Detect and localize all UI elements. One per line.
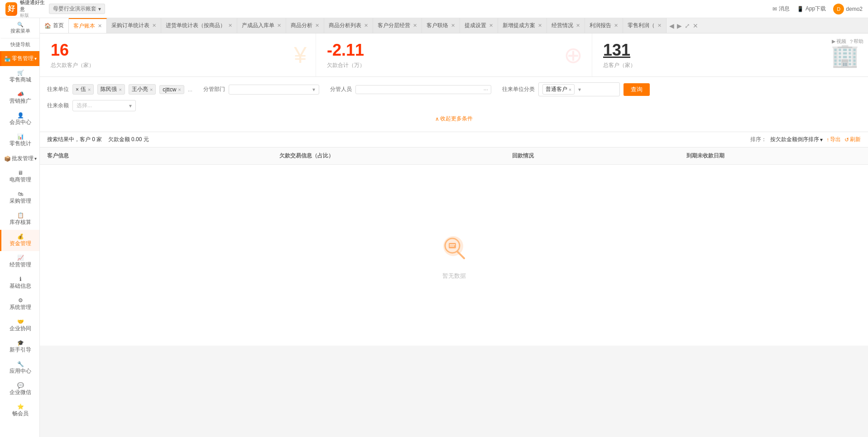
logo-area: 好 畅捷通好生意 标版 bbox=[5, 0, 45, 19]
sidebar-item-enterprise-wechat[interactable]: 💬 企业微信 bbox=[0, 379, 39, 400]
top-bar: 好 畅捷通好生意 标版 母婴行业演示账套 ▾ ✉ 消息 📱 App下载 D de… bbox=[0, 0, 868, 18]
user-area[interactable]: D demo2 bbox=[833, 4, 863, 14]
sidebar-item-vip[interactable]: ⭐ 畅会员 bbox=[0, 400, 39, 421]
remove-unit-tag-wu[interactable]: × bbox=[88, 87, 91, 92]
refresh-btn[interactable]: ↺ 刷新 bbox=[844, 136, 861, 143]
sidebar-item-system[interactable]: ⚙ 系统管理 bbox=[0, 294, 39, 315]
tab-next-arrow[interactable]: ▶ bbox=[676, 21, 683, 30]
search-icon: 🔍 bbox=[17, 22, 24, 28]
balance-select[interactable]: 选择... ▾ bbox=[72, 100, 136, 111]
close-tab-business-status[interactable]: ✕ bbox=[576, 23, 580, 28]
remove-unit-tag-chen[interactable]: × bbox=[119, 87, 121, 92]
sidebar-item-wholesale[interactable]: 📦 批发管理 ▾ bbox=[0, 151, 39, 166]
table-header: 客户信息 欠款交易信息（占比） 回款情况 到期未收款日期 bbox=[40, 147, 868, 165]
tab-promote-settings[interactable]: 提成设置 ✕ bbox=[460, 18, 498, 33]
sidebar-item-enterprise-coop[interactable]: 🤝 企业协同 bbox=[0, 315, 39, 336]
balance-label: 往来余额 bbox=[47, 102, 69, 109]
sort-label: 排序： bbox=[750, 136, 767, 143]
filter-area: 往来单位 × 伍 × 陈民强 × 王小亮 × cjtt bbox=[40, 77, 868, 132]
basic-icon: ℹ bbox=[19, 276, 22, 282]
classify-tag-normal: 普通客户 × bbox=[542, 84, 575, 95]
tab-new-promote[interactable]: 新增提成方案 ✕ bbox=[498, 18, 547, 33]
stat-total-customers-label: 总客户（家） bbox=[603, 62, 636, 69]
sort-select[interactable]: 按欠款金额倒序排序 ▾ bbox=[770, 136, 823, 143]
close-tab-promote-settings[interactable]: ✕ bbox=[489, 23, 493, 28]
account-dropdown[interactable]: 母婴行业演示账套 ▾ bbox=[49, 4, 105, 14]
tab-customer-cost[interactable]: 客户账本 ✕ bbox=[69, 18, 107, 33]
close-tab-inbound-stats[interactable]: ✕ bbox=[228, 23, 232, 28]
close-tab-new-promote[interactable]: ✕ bbox=[538, 23, 542, 28]
sidebar-item-business[interactable]: 📈 经营管理 bbox=[0, 251, 39, 272]
export-btn[interactable]: ↑ 导出 bbox=[826, 136, 841, 143]
message-btn[interactable]: ✉ 消息 bbox=[772, 5, 790, 13]
close-tab-customer-segment[interactable]: ✕ bbox=[413, 23, 417, 28]
tab-inbound-stats[interactable]: 进货单统计表（按商品） ✕ bbox=[161, 18, 237, 33]
tab-product-inbound[interactable]: 产成品入库单 ✕ bbox=[237, 18, 286, 33]
dept-select[interactable]: ▾ bbox=[229, 85, 319, 95]
tab-retail-profit[interactable]: 零售利润（ ✕ bbox=[623, 18, 667, 33]
tab-home[interactable]: 🏠 首页 bbox=[40, 18, 69, 33]
tab-product-analysis[interactable]: 商品分析 ✕ bbox=[286, 18, 324, 33]
sidebar: 🔍 搜索菜单 快捷导航 🏪 零售管理 ▾ 🛒 零售商城 📣 营销推广 👤 会员中… bbox=[0, 18, 40, 437]
empty-text: 暂无数据 bbox=[442, 272, 466, 280]
close-tab-purchase-order[interactable]: ✕ bbox=[152, 23, 156, 28]
sidebar-search[interactable]: 🔍 搜索菜单 bbox=[0, 18, 39, 38]
sidebar-item-purchase[interactable]: 🛍 采购管理 bbox=[0, 187, 39, 209]
sidebar-item-new-guide[interactable]: 🎓 新手引导 bbox=[0, 336, 39, 357]
remove-unit-tag-cj[interactable]: × bbox=[178, 87, 181, 92]
export-icon: ↑ bbox=[826, 137, 829, 143]
close-tab-retail-profit[interactable]: ✕ bbox=[657, 23, 662, 28]
sidebar-item-basic[interactable]: ℹ 基础信息 bbox=[0, 272, 39, 294]
tab-product-analysis-list[interactable]: 商品分析列表 ✕ bbox=[324, 18, 373, 33]
close-tab-profit-report[interactable]: ✕ bbox=[614, 23, 618, 28]
collapse-btn[interactable]: ∧ 收起更多条件 bbox=[435, 115, 473, 123]
tab-profit-report[interactable]: 利润报告 ✕ bbox=[585, 18, 623, 33]
unit-class-select[interactable]: 普通客户 × ▾ bbox=[538, 82, 620, 96]
staff-more-dots: ··· bbox=[484, 86, 488, 93]
tab-purchase-order[interactable]: 采购订单统计表 ✕ bbox=[107, 18, 161, 33]
top-bar-left: 好 畅捷通好生意 标版 母婴行业演示账套 ▾ bbox=[5, 0, 105, 19]
tab-maximize[interactable]: ⤢ bbox=[684, 21, 691, 30]
guide-icon: 🎓 bbox=[17, 340, 24, 346]
sidebar-item-member[interactable]: 👤 会员中心 bbox=[0, 109, 39, 130]
sidebar-item-retail-stats[interactable]: 📊 零售统计 bbox=[0, 130, 39, 151]
logo-icon: 好 bbox=[5, 2, 17, 16]
close-tab-product-analysis[interactable]: ✕ bbox=[315, 23, 319, 28]
stats-icon: 📊 bbox=[17, 133, 24, 140]
wholesale-icon: 📦 bbox=[4, 156, 11, 162]
help-btn[interactable]: ? 帮助 bbox=[850, 38, 863, 45]
app-download-btn[interactable]: 📱 App下载 bbox=[797, 5, 826, 13]
close-tab-customer-cost[interactable]: ✕ bbox=[98, 23, 102, 29]
tab-prev-arrow[interactable]: ◀ bbox=[668, 21, 675, 30]
remove-classify-tag[interactable]: × bbox=[569, 87, 571, 92]
sidebar-item-ecommerce[interactable]: 🖥 电商管理 bbox=[0, 166, 39, 187]
staff-input[interactable]: ··· bbox=[355, 85, 491, 94]
unit-more-btn[interactable]: ... bbox=[188, 86, 192, 93]
query-button[interactable]: 查询 bbox=[623, 83, 650, 96]
stat-item-debt-customers: ¥ 16 总欠款客户（家） bbox=[40, 33, 316, 76]
stat-bg-icon-1: ¥ bbox=[294, 42, 307, 68]
sidebar-item-app-center[interactable]: 🔧 应用中心 bbox=[0, 357, 39, 379]
avatar: D bbox=[833, 4, 844, 14]
close-tab-customer-contact[interactable]: ✕ bbox=[451, 23, 455, 28]
stat-item-total-customers: 🏢 131 总客户（家） ▶ 视频 ? 帮助 bbox=[592, 33, 868, 76]
video-btn[interactable]: ▶ 视频 bbox=[832, 38, 846, 45]
close-tab-product-analysis-list[interactable]: ✕ bbox=[364, 23, 368, 28]
remove-unit-tag-wang[interactable]: × bbox=[150, 87, 153, 92]
sidebar-item-finance[interactable]: 💰 资金管理 bbox=[0, 230, 39, 251]
sidebar-item-inventory[interactable]: 📋 库存核算 bbox=[0, 209, 39, 230]
ecommerce-icon: 🖥 bbox=[18, 170, 23, 176]
sidebar-item-retail-store[interactable]: 🛒 零售商城 bbox=[0, 66, 39, 87]
filter-row-2: 往来余额 选择... ▾ bbox=[47, 100, 861, 111]
sidebar-quick-nav[interactable]: 快捷导航 bbox=[0, 38, 39, 51]
stat-bg-icon-3: 🏢 bbox=[831, 42, 859, 68]
sidebar-item-retail-mgmt[interactable]: 🏪 零售管理 ▾ bbox=[0, 51, 39, 66]
tab-customer-contact[interactable]: 客户联络 ✕ bbox=[422, 18, 460, 33]
close-tab-product-inbound[interactable]: ✕ bbox=[277, 23, 281, 28]
tab-close-all[interactable]: ✕ bbox=[692, 21, 699, 30]
tab-customer-segment[interactable]: 客户分层经营 ✕ bbox=[373, 18, 422, 33]
sidebar-item-marketing[interactable]: 📣 营销推广 bbox=[0, 87, 39, 109]
filter-tag-wang: 王小亮 × bbox=[129, 84, 156, 95]
tab-business-status[interactable]: 经营情况 ✕ bbox=[547, 18, 585, 33]
sort-arrow: ▾ bbox=[820, 137, 823, 143]
